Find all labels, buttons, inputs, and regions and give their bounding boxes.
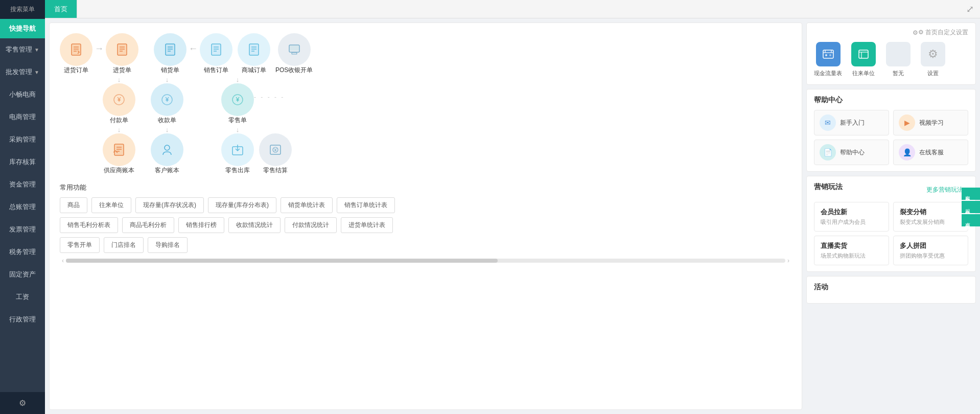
node-sales-bill[interactable]: 销货单 xyxy=(154,33,186,75)
help-item-video[interactable]: ▶ 视频学习 xyxy=(893,110,968,135)
svg-text:¥: ¥ xyxy=(236,96,240,103)
sidebar-item-assets[interactable]: 固定资产 xyxy=(0,263,45,286)
sidebar-item-finance[interactable]: 资金管理 xyxy=(0,173,45,196)
sidebar-item-xiaochangec[interactable]: 小畅电商 xyxy=(0,83,45,106)
func-btn-payment-stats[interactable]: 付款情况统计 xyxy=(285,217,337,233)
svg-text:¥: ¥ xyxy=(117,96,121,103)
func-btn-goods-gross[interactable]: 商品毛利分析 xyxy=(122,217,174,233)
sidebar-item-label: 资金管理 xyxy=(9,180,36,189)
purchase-order-label: 进货订单 xyxy=(64,66,88,75)
sidebar-item-payroll[interactable]: 工资 xyxy=(0,286,45,308)
svg-text:¥: ¥ xyxy=(273,147,277,152)
func-btn-stock-status[interactable]: 现存量(库存状况表) xyxy=(135,197,204,213)
sidebar-settings-button[interactable]: ⚙ xyxy=(0,392,45,414)
func-btn-sales-stats[interactable]: 销货单统计表 xyxy=(281,197,333,213)
node-pos[interactable]: POS收银开单 xyxy=(275,33,313,75)
sidebar-item-ecommerce[interactable]: 电商管理 xyxy=(0,106,45,128)
mc-group-sub: 拼团购物享受优惠 xyxy=(900,252,962,260)
quick-icon-settings[interactable]: ⚙ 设置 xyxy=(920,42,946,77)
chevron-down-icon: ▼ xyxy=(34,70,39,75)
node-purchase-bill[interactable]: 进货单 xyxy=(106,33,138,75)
marketing-card-group[interactable]: 多人拼团 拼团购物享受优惠 xyxy=(893,236,968,265)
chevron-down-icon: ▼ xyxy=(34,47,39,53)
left-panel: 进货订单 → xyxy=(49,22,802,410)
node-retail-order[interactable]: ¥ 零售单 xyxy=(221,83,254,125)
pos-label: POS收银开单 xyxy=(275,66,313,75)
main-area: 首页 ⤢ xyxy=(45,0,980,414)
common-functions: 常用功能 商品 往来单位 现存量(库存状况表) 现存量(库存分布表) 销货单统计… xyxy=(60,183,791,253)
arrow-2: ← xyxy=(186,43,200,54)
supplier-label: 供应商账本 xyxy=(104,166,134,175)
node-mall-order[interactable]: 商城订单 xyxy=(238,33,270,75)
svg-point-49 xyxy=(829,54,831,56)
func-btn-receipt-stats[interactable]: 收款情况统计 xyxy=(228,217,281,233)
tab-home[interactable]: 首页 xyxy=(45,0,77,18)
common-func-title: 常用功能 xyxy=(60,183,791,192)
func-btn-partners[interactable]: 往来单位 xyxy=(91,197,131,213)
func-btn-sales-gross[interactable]: 销售毛利分析表 xyxy=(60,217,118,233)
func-btn-sales-rank[interactable]: 销售排行榜 xyxy=(178,217,224,233)
sidebar-item-wholesale[interactable]: 批发管理 ▼ xyxy=(0,61,45,83)
retail-order-icon: ¥ xyxy=(221,83,254,116)
sidebar-item-label: 总账管理 xyxy=(9,202,36,212)
retail-out-icon xyxy=(221,133,254,166)
quick-nav-section: ⚙ ⚙ 首页自定义设置 xyxy=(806,22,976,85)
func-btn-retail-order[interactable]: 零售开单 xyxy=(60,237,100,253)
svg-rect-44 xyxy=(823,50,833,58)
sidebar-item-retail[interactable]: 零售管理 ▼ xyxy=(0,38,45,61)
node-supplier-account[interactable]: 供应商账本 xyxy=(103,133,135,175)
svg-rect-27 xyxy=(292,53,297,54)
help-item-helpcenter[interactable]: 📄 帮助中心 xyxy=(814,140,889,165)
quick-icon-partners[interactable]: 往来单位 xyxy=(850,42,877,77)
quick-icon-cashflow[interactable]: 现金流量表 xyxy=(814,42,842,77)
float-btn-service[interactable]: 客服热线 xyxy=(962,188,980,200)
sidebar-item-tax[interactable]: 税务管理 xyxy=(0,241,45,263)
sidebar-item-label: 发票管理 xyxy=(9,225,36,234)
scroll-left-arrow[interactable]: ‹ xyxy=(62,257,64,264)
func-btn-goods[interactable]: 商品 xyxy=(60,197,87,213)
help-item-beginner[interactable]: ✉ 新手入门 xyxy=(814,110,889,135)
help-item-service[interactable]: 👤 在线客服 xyxy=(893,140,968,165)
sidebar-item-admin[interactable]: 行政管理 xyxy=(0,308,45,331)
sidebar-item-ledger[interactable]: 总账管理 xyxy=(0,196,45,218)
expand-icon[interactable]: ⤢ xyxy=(966,4,980,15)
func-btn-store-rank[interactable]: 门店排名 xyxy=(104,237,144,253)
func-btn-order-stats[interactable]: 销售订单统计表 xyxy=(337,197,395,213)
quick-icon-none[interactable]: 暂无 xyxy=(885,42,912,77)
purchase-order-icon xyxy=(60,33,92,66)
marketing-card-member[interactable]: 会员拉新 吸引用户成为会员 xyxy=(814,202,889,232)
func-btn-stock-dist[interactable]: 现存量(库存分布表) xyxy=(208,197,276,213)
node-payment[interactable]: ¥ 付款单 xyxy=(103,83,135,125)
func-btn-guide-rank[interactable]: 导购排名 xyxy=(148,237,188,253)
mc-live-sub: 场景式购物新玩法 xyxy=(821,252,882,260)
arrow-down-payment: ↓ xyxy=(103,126,135,133)
func-btn-purchase-stats[interactable]: 进货单统计表 xyxy=(341,217,393,233)
scroll-right-arrow[interactable]: › xyxy=(787,257,789,264)
arrow-down-mall: ↓ xyxy=(221,76,254,83)
float-btn-desktop[interactable]: 桌面快捷 xyxy=(962,214,980,226)
node-sales-order[interactable]: 销售订单 xyxy=(200,33,232,75)
node-purchase-order[interactable]: 进货订单 xyxy=(60,33,92,75)
retail-settle-icon: ¥ xyxy=(259,133,292,166)
node-retail-out[interactable]: 零售出库 xyxy=(221,133,254,175)
sidebar-search[interactable]: 搜索菜单 xyxy=(0,0,45,19)
mc-member-sub: 吸引用户成为会员 xyxy=(821,218,882,226)
node-retail-settle[interactable]: ¥ 零售结算 xyxy=(259,133,292,175)
sidebar-item-purchase[interactable]: 采购管理 xyxy=(0,128,45,151)
quick-nav-setting-label[interactable]: ⚙ 首页自定义设置 xyxy=(918,28,968,37)
node-receipt[interactable]: ¥ 收款单 xyxy=(151,83,183,125)
sidebar-item-inventory[interactable]: 库存核算 xyxy=(0,151,45,173)
sidebar-item-invoice[interactable]: 发票管理 xyxy=(0,218,45,241)
marketing-card-fission[interactable]: 裂变分销 裂变式发展分销商 xyxy=(893,202,968,232)
mc-fission-title: 裂变分销 xyxy=(900,208,962,217)
svg-rect-10 xyxy=(166,44,175,55)
node-customer-account[interactable]: 客户账本 xyxy=(151,133,183,175)
float-btn-community[interactable]: 服务社区 xyxy=(962,201,980,213)
arrow-down-purchase: ↓ xyxy=(103,76,135,83)
func-row-3: 零售开单 门店排名 导购排名 xyxy=(60,237,791,253)
tab-bar: 首页 ⤢ xyxy=(45,0,980,18)
marketing-section: 营销玩法 更多营销玩法 > 会员拉新 吸引用户成为会员 裂变分销 裂变式发展分销… xyxy=(806,176,976,272)
marketing-card-live[interactable]: 直播卖货 场景式购物新玩法 xyxy=(814,236,889,265)
sidebar-item-label: 采购管理 xyxy=(9,135,36,144)
svg-rect-50 xyxy=(859,50,868,58)
